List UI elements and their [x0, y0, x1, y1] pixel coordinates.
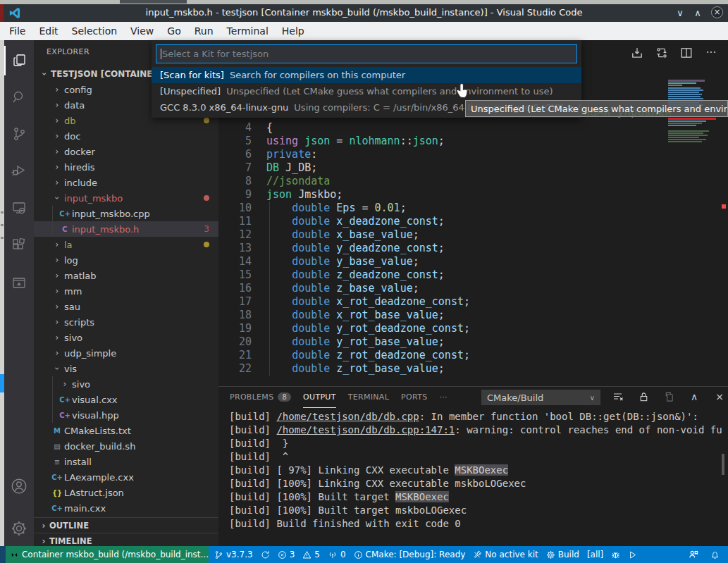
menu-selection[interactable]: Selection — [72, 25, 118, 37]
status-item-broadcast[interactable]: 0 — [328, 550, 346, 559]
tree-item-docker[interactable]: ›docker — [34, 144, 218, 159]
code-line-7[interactable]: 7DB J_DB; — [218, 161, 728, 175]
menu-terminal[interactable]: Terminal — [227, 25, 269, 37]
status-item-error[interactable]: 3 — [278, 550, 295, 559]
status-item-info[interactable]: CMake: [Debug]: Ready — [354, 550, 466, 559]
tree-item-input-mskbo-h[interactable]: Cinput_mskbo.h3 — [34, 221, 218, 237]
panel-tab-output[interactable]: OUTPUT — [303, 387, 336, 408]
maximize-button[interactable]: ∧ — [691, 6, 705, 20]
minimap[interactable] — [668, 40, 716, 386]
close-button[interactable]: × — [711, 6, 723, 18]
remote-explorer-icon[interactable] — [4, 193, 34, 223]
search-icon[interactable] — [4, 82, 34, 112]
code-line-22[interactable]: 22 double z_rot_base_value; — [218, 362, 728, 376]
remote-indicator[interactable]: Container mskbo_build (/mskbo_build_inst… — [6, 546, 209, 563]
tree-item-lastruct-json[interactable]: {}LAstruct.json — [34, 485, 218, 500]
container-panel-icon[interactable] — [4, 268, 34, 298]
code-line-6[interactable]: 6private: — [218, 148, 728, 161]
code-line-18[interactable]: 18 double x_rot_base_value; — [218, 309, 728, 322]
status-item-sync[interactable] — [261, 550, 270, 559]
lock-scroll-icon[interactable] — [636, 389, 651, 404]
source-control-icon[interactable] — [4, 119, 34, 149]
tree-item-la[interactable]: ›la — [34, 237, 218, 252]
menu-run[interactable]: Run — [195, 25, 214, 37]
code-area[interactable]: 4{5using json = nlohmann::json;6private:… — [218, 121, 728, 376]
tree-item-laexample-cxx[interactable]: C+LAexample.cxx — [34, 469, 218, 485]
tree-item-visual-hpp[interactable]: C+visual.hpp — [34, 407, 218, 423]
status-item-branch[interactable]: v3.7.3 — [214, 550, 253, 559]
tree-item-sau[interactable]: ›sau — [34, 299, 218, 314]
menu-file[interactable]: File — [9, 25, 25, 37]
status-item-bug[interactable] — [611, 550, 620, 559]
tree-item-scripts[interactable]: ›scripts — [34, 314, 218, 330]
status-item-play[interactable] — [628, 550, 637, 559]
close-panel-icon[interactable]: × — [712, 389, 727, 404]
tree-item-mm[interactable]: ›mm — [34, 283, 218, 299]
code-line-17[interactable]: 17 double x_rot_deadzone_const; — [218, 295, 728, 309]
explorer-icon[interactable] — [4, 46, 34, 75]
status-item-gear[interactable]: Build — [546, 550, 579, 559]
quickpick-item--unspecified-[interactable]: [Unspecified]Unspecified (Let CMake gues… — [152, 83, 581, 99]
tree-item-include[interactable]: ›include — [34, 175, 218, 190]
menu-view[interactable]: View — [130, 25, 154, 37]
panel-tab-problems[interactable]: PROBLEMS8 — [230, 387, 291, 408]
file-link[interactable]: /home/testjson/db/db.cpp — [276, 411, 419, 422]
tree-item-udp-simple[interactable]: ›udp_simple — [34, 345, 218, 361]
code-line-15[interactable]: 15 double z_deadzone_const; — [218, 268, 728, 282]
tree-item-main-cxx[interactable]: C+main.cxx — [34, 500, 218, 516]
install-kit-icon[interactable] — [630, 46, 644, 60]
run-debug-icon[interactable] — [4, 156, 34, 185]
menu-edit[interactable]: Edit — [39, 25, 58, 37]
code-line-8[interactable]: 8//jsondata — [218, 175, 728, 188]
tree-item-vis[interactable]: ›vis — [34, 361, 218, 376]
quickpick-input[interactable]: Select a Kit for testjson — [156, 44, 577, 63]
status-item-feedback[interactable] — [689, 550, 698, 559]
copy-output-icon[interactable] — [661, 389, 677, 404]
panel-tab-terminal[interactable]: TERMINAL — [348, 387, 389, 408]
tree-item-sivo[interactable]: ›sivo — [34, 376, 218, 392]
clear-output-icon[interactable] — [610, 389, 626, 404]
code-line-20[interactable]: 20 double y_rot_base_value; — [218, 335, 728, 349]
code-line-9[interactable]: 9json Jmskbo; — [218, 188, 728, 202]
code-line-14[interactable]: 14 double y_base_value; — [218, 255, 728, 268]
panel-tab-[interactable]: ··· — [439, 387, 447, 408]
split-editor-icon[interactable] — [679, 46, 693, 60]
status-item-warning[interactable]: 5 — [302, 550, 320, 559]
tree-item-matlab[interactable]: ›matlab — [34, 268, 218, 283]
tree-item-input-mskbo-cpp[interactable]: C+input_mskbo.cpp — [34, 206, 218, 221]
code-line-13[interactable]: 13 double y_deadzone_const; — [218, 242, 728, 255]
file-link[interactable]: /home/testjson/db/db.cpp:147:1 — [276, 424, 455, 435]
code-line-5[interactable]: 5using json = nlohmann::json; — [218, 135, 728, 148]
panel-tab-ports[interactable]: PORTS — [401, 387, 427, 408]
code-line-19[interactable]: 19 double y_rot_deadzone_const; — [218, 322, 728, 335]
account-icon[interactable] — [4, 471, 34, 501]
editor-more-actions-icon[interactable]: ··· — [704, 46, 718, 60]
tree-item-sivo[interactable]: ›sivo — [34, 330, 218, 345]
outline-section[interactable]: ›OUTLINE — [34, 517, 218, 533]
tree-item-install[interactable]: ≡install — [34, 454, 218, 469]
minimize-button[interactable]: ∨ — [673, 6, 687, 20]
tree-item-hiredis[interactable]: ›hiredis — [34, 159, 218, 175]
code-line-11[interactable]: 11 double x_deadzone_const; — [218, 215, 728, 228]
output-log[interactable]: [build] /home/testjson/db/db.cpp: In mem… — [229, 410, 722, 531]
extensions-icon[interactable] — [4, 230, 34, 260]
panel-scrollbar[interactable] — [722, 454, 724, 475]
status-item-bell[interactable] — [710, 550, 720, 559]
output-channel-select[interactable]: CMake/Build∨ — [481, 390, 600, 405]
tree-item-visual-cxx[interactable]: C+visual.cxx — [34, 392, 218, 407]
maximize-panel-icon[interactable]: ∧ — [686, 389, 702, 404]
status-item--all-[interactable]: [all] — [587, 550, 603, 559]
quickpick-item--scan-for-kits-[interactable]: [Scan for kits]Search for compilers on t… — [152, 67, 581, 83]
tree-item-docker-build-sh[interactable]: ▤docker_build.sh — [34, 438, 218, 454]
pair-switch-icon[interactable] — [655, 46, 669, 60]
code-line-21[interactable]: 21 double z_rot_deadzone_const; — [218, 349, 728, 362]
tree-item-cmakelists-txt[interactable]: MCMakeLists.txt — [34, 423, 218, 438]
tree-item-log[interactable]: ›log — [34, 252, 218, 268]
menu-go[interactable]: Go — [167, 25, 180, 37]
code-line-10[interactable]: 10 double Eps = 0.01; — [218, 202, 728, 215]
settings-gear-icon[interactable] — [4, 514, 34, 543]
menu-help[interactable]: Help — [282, 25, 304, 37]
tree-item-input-mskbo[interactable]: ›input_mskbo — [34, 190, 218, 206]
status-item-tools[interactable]: No active kit — [473, 550, 538, 559]
code-line-12[interactable]: 12 double x_base_value; — [218, 228, 728, 242]
